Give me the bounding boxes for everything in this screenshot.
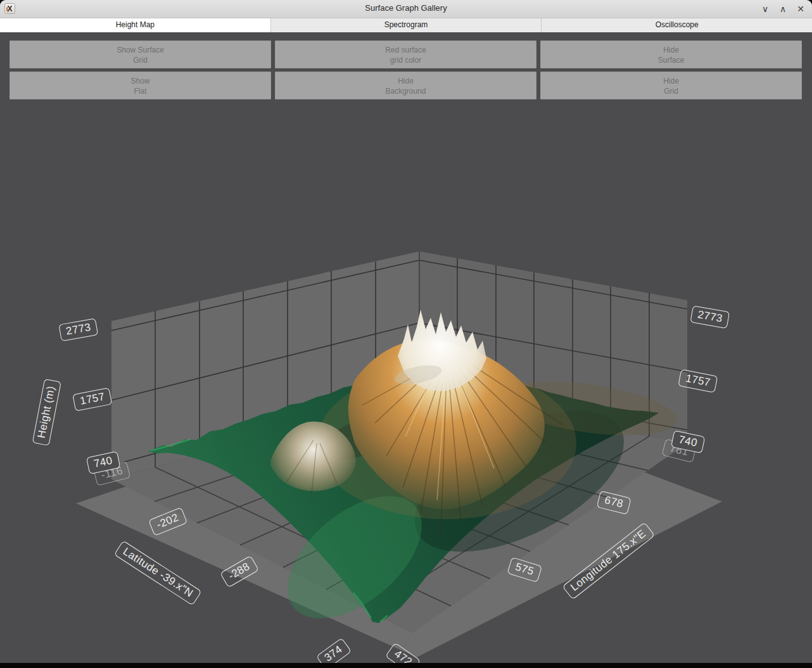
button-label: Grid bbox=[10, 55, 270, 65]
surface-grid-color-button[interactable]: Red surface grid color bbox=[275, 41, 536, 68]
hide-grid-button[interactable]: Hide Grid bbox=[540, 72, 802, 99]
app-window: -116 740 1757 2773 Height (m) 781 740 17… bbox=[0, 0, 812, 668]
button-label: Flat bbox=[10, 86, 270, 96]
tab-oscilloscope[interactable]: Oscilloscope bbox=[541, 18, 812, 32]
button-label: Hide bbox=[276, 76, 536, 86]
button-label: Grid bbox=[541, 86, 801, 96]
title-bar[interactable]: X Surface Graph Gallery bbox=[0, 0, 812, 18]
hide-surface-button[interactable]: Hide Surface bbox=[540, 41, 802, 68]
button-label: Hide bbox=[541, 45, 801, 55]
button-label: grid color bbox=[276, 55, 536, 65]
window-shade-button[interactable]: ∨ bbox=[760, 4, 770, 13]
button-label: Surface bbox=[541, 55, 801, 65]
tab-height-map[interactable]: Height Map bbox=[0, 18, 270, 32]
tab-spectrogram[interactable]: Spectrogram bbox=[270, 18, 542, 32]
window-bottom-edge bbox=[0, 663, 812, 668]
hide-background-button[interactable]: Hide Background bbox=[275, 72, 536, 99]
window-maximize-button[interactable]: ∧ bbox=[778, 4, 788, 13]
window-close-button[interactable]: ✕ bbox=[796, 4, 806, 13]
tab-bar: Height Map Spectrogram Oscilloscope bbox=[0, 18, 812, 32]
surface-plot-canvas[interactable] bbox=[0, 0, 812, 668]
window-controls: ∨ ∧ ✕ bbox=[760, 0, 806, 18]
button-label: Show Surface bbox=[10, 45, 270, 55]
button-label: Background bbox=[276, 86, 536, 96]
toolbar: Show Surface Grid Red surface grid color… bbox=[10, 41, 802, 99]
button-label: Show bbox=[10, 76, 270, 86]
button-label: Red surface bbox=[276, 45, 536, 55]
window-title: Surface Graph Gallery bbox=[0, 3, 812, 13]
button-label: Hide bbox=[541, 76, 801, 86]
show-flat-button[interactable]: Show Flat bbox=[10, 72, 271, 99]
show-surface-grid-button[interactable]: Show Surface Grid bbox=[10, 41, 271, 68]
